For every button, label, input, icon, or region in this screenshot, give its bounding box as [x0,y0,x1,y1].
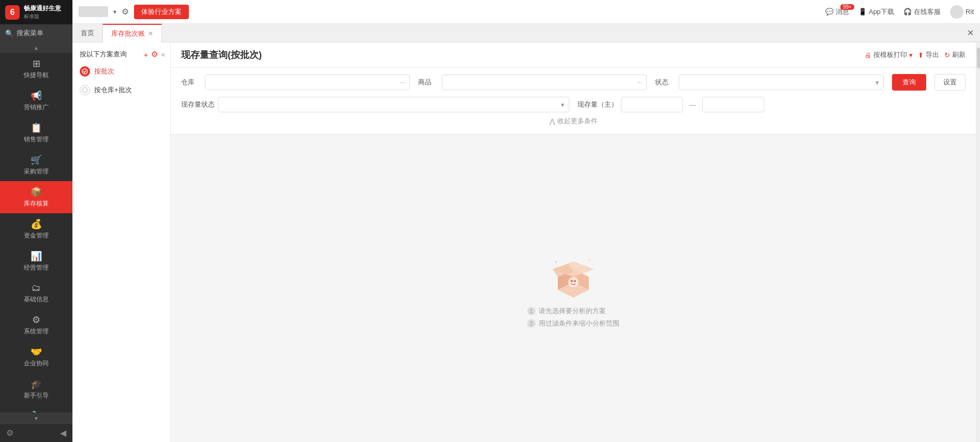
export-label: 导出 [926,50,939,60]
plan-warehouse-batch-label: 按仓库+批次 [94,85,132,95]
sidebar-item-finance[interactable]: 💰 资金管理 [0,213,72,245]
filter-collapse[interactable]: ⋀ 收起更多条件 [181,114,966,128]
tabs-close-all[interactable]: ✕ [961,28,980,38]
inventory-qty-from[interactable] [621,97,683,112]
refresh-icon: ↻ [944,51,950,59]
sidebar-item-enterprise[interactable]: 🤝 企业协同 [0,341,72,373]
query-button[interactable]: 查询 [892,74,926,91]
goods-filter-group: 商品 ··· [418,75,647,90]
purchase-icon: 🛒 [31,154,42,166]
svg-point-1 [82,87,87,93]
breadcrumb [79,6,108,17]
inventory-status-label: 现存量状态 [181,100,215,109]
goods-input[interactable]: ··· [442,75,647,90]
empty-state: ✦ ✦ 1 请先选择要分析的方案 2 用过滤条件来缩小分析范围 [527,248,619,328]
search-menu[interactable]: 🔍 搜索菜单 [0,24,72,42]
goods-more-icon[interactable]: ··· [637,79,642,86]
sidebar-item-label: 采购管理 [24,167,49,176]
svg-text:✦: ✦ [588,258,591,262]
scroll-down-icon: ▼ [34,416,39,421]
inv-status-dropdown-icon: ▾ [561,101,565,109]
app-logo: 6 [5,5,20,20]
export-action[interactable]: ⬆ 导出 [918,50,939,60]
app-version: 标准版 [24,13,61,20]
newbie-icon: 🎓 [31,378,42,390]
topbar-right: 💬 消息 99+ 📱 App下载 🎧 在线客服 Rit [825,5,974,19]
export-icon: ⬆ [918,51,924,59]
messages-item[interactable]: 💬 消息 99+ [825,7,849,17]
sidebar-item-inventory[interactable]: 📦 库存核算 [0,181,72,213]
footer-collapse-icon[interactable]: ◀ [60,428,66,438]
message-icon: 💬 [825,8,834,16]
sidebar-item-apps[interactable]: 🔧 应用中心 [0,405,72,412]
inventory-status-select[interactable]: ▾ [218,97,569,112]
online-support-item[interactable]: 🎧 在线客服 [903,7,941,17]
add-plan-icon[interactable]: + [143,50,148,59]
nav-scroll-up[interactable]: ▲ [0,42,72,53]
warehouse-filter-group: 仓库 ··· [181,75,410,90]
system-icon: ⚙ [32,314,40,326]
sales-icon: 📋 [31,122,42,134]
collapse-up-icon: ⋀ [550,117,555,125]
plan-item-warehouse-batch[interactable]: 按仓库+批次 [72,81,170,99]
sidebar-item-label: 基础信息 [24,295,49,304]
status-filter-group: 状态 ▾ [655,75,884,90]
topbar: ▾ ⚙ 体验行业方案 💬 消息 99+ 📱 App下载 🎧 在线客服 Rit [72,0,980,24]
sidebar-item-marketing[interactable]: 📢 营销推广 [0,85,72,117]
scrollbar-thumb[interactable] [977,48,980,68]
warehouse-label: 仓库 [181,78,202,87]
sidebar-item-newbie[interactable]: 🎓 新手引导 [0,373,72,405]
app-title-block: 畅康通好生意 标准版 [24,4,61,20]
close-all-icon: ✕ [967,28,974,37]
plan-item-batch[interactable]: 按批次 [72,62,170,81]
refresh-action[interactable]: ↻ 刷新 [944,50,966,60]
tab-home[interactable]: 首页 [72,24,102,42]
inventory-status-filter-group: 现存量状态 ▾ [181,97,569,112]
svg-point-7 [568,277,578,287]
filter-row-2: 现存量状态 ▾ 现存量（主） — [181,97,966,112]
status-dropdown-icon: ▾ [875,79,879,86]
tip-row-2: 2 用过滤条件来缩小分析范围 [527,319,619,328]
filter-area: 仓库 ··· 商品 ··· 状态 [171,68,976,135]
svg-point-8 [571,280,573,282]
inventory-icon: 📦 [31,186,42,198]
inventory-qty-filter-group: 现存量（主） — [577,97,966,112]
topbar-dropdown-icon[interactable]: ▾ [113,8,116,16]
tip-text-1: 请先选择要分析的方案 [539,306,606,316]
sidebar-item-basic[interactable]: 🗂 基础信息 [0,277,72,309]
industry-btn[interactable]: 体验行业方案 [134,5,189,19]
topbar-settings-icon[interactable]: ⚙ [122,7,129,17]
settings-plan-icon[interactable]: ⚙ [151,50,158,59]
tip-text-2: 用过滤条件来缩小分析范围 [539,319,619,328]
inventory-qty-to[interactable] [702,97,764,112]
user-item[interactable]: Rit [950,5,974,19]
right-content: 现存量查询(按批次) 🖨 按模板打印 ▾ ⬆ 导出 ↻ 刷新 [171,42,976,442]
nav-scroll-down[interactable]: ▼ [0,412,72,423]
warehouse-more-icon[interactable]: ··· [400,79,405,86]
status-select[interactable]: ▾ [679,75,884,90]
sidebar-item-operation[interactable]: 📊 经营管理 [0,245,72,277]
warehouse-input[interactable]: ··· [205,75,410,90]
sidebar-item-sales[interactable]: 📋 销售管理 [0,117,72,149]
collapse-panel-icon[interactable]: « [161,50,165,58]
search-icon: 🔍 [5,30,13,37]
app-download-item[interactable]: 📱 App下载 [858,7,894,17]
headset-icon: 🎧 [903,8,912,16]
sidebar-item-quick-nav[interactable]: ⊞ 快捷导航 [0,53,72,85]
sidebar-item-system[interactable]: ⚙ 系统管理 [0,309,72,341]
plan-active-icon [80,66,90,77]
tab-inventory-batch[interactable]: 库存批次账 ✕ [102,24,162,42]
online-support-label: 在线客服 [914,7,941,17]
settings-button[interactable]: 设置 [934,74,966,91]
status-label: 状态 [655,78,676,87]
right-scrollbar[interactable] [976,42,980,442]
footer-settings-icon[interactable]: ⚙ [6,428,13,438]
svg-point-0 [82,69,87,74]
sidebar-item-label: 新手引导 [24,391,49,400]
print-action[interactable]: 🖨 按模板打印 ▾ [865,50,913,60]
page-header-actions: 🖨 按模板打印 ▾ ⬆ 导出 ↻ 刷新 [865,50,966,60]
app-download-label: App下载 [869,7,894,17]
sidebar-item-purchase[interactable]: 🛒 采购管理 [0,149,72,181]
download-icon: 📱 [858,8,867,16]
tab-close-icon[interactable]: ✕ [148,24,153,43]
